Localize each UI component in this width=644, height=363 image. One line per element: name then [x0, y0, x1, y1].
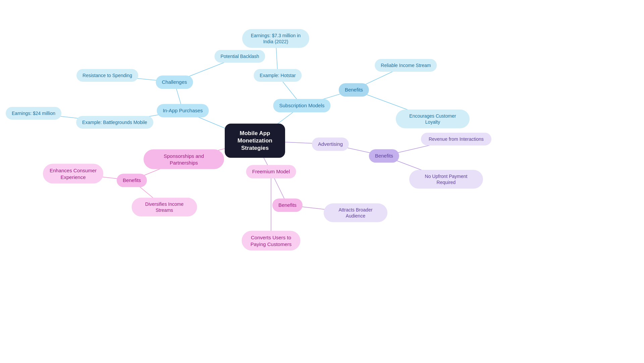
example-hotstar-label: Example: Hotstar [260, 72, 296, 78]
in-app-purchases-node: In-App Purchases [157, 104, 209, 117]
diversifies-income-node: Diversifies Income Streams [132, 198, 197, 217]
benefits-sponsor-label: Benefits [123, 177, 141, 184]
potential-backlash-node: Potential Backlash [214, 50, 265, 63]
benefits-sub-node: Benefits [339, 83, 369, 97]
revenue-interactions-node: Revenue from Interactions [421, 133, 491, 145]
converts-users-node: Converts Users to Paying Customers [242, 231, 301, 251]
example-battlegrounds-label: Example: Battlegrounds Mobile [82, 119, 147, 125]
advertising-label: Advertising [318, 141, 343, 147]
earnings-73m-node: Earnings: $7.3 million in India (2022) [242, 29, 309, 48]
encourages-loyalty-label: Encourages Customer Loyalty [402, 113, 464, 125]
subscription-models-label: Subscription Models [279, 102, 324, 109]
freemium-model-label: Freemium Model [252, 168, 290, 175]
attracts-broader-label: Attracts Broader Audience [330, 207, 381, 219]
earnings-24m-node: Earnings: $24 million [6, 107, 61, 120]
advertising-node: Advertising [312, 137, 349, 151]
benefits-sponsor-node: Benefits [117, 174, 147, 187]
encourages-loyalty-node: Encourages Customer Loyalty [396, 110, 470, 128]
earnings-24m-label: Earnings: $24 million [12, 110, 55, 116]
converts-users-label: Converts Users to Paying Customers [248, 234, 294, 247]
no-upfront-label: No Upfront Payment Required [415, 173, 477, 185]
enhances-consumer-label: Enhances Consumer Experience [49, 167, 97, 180]
center-node: Mobile App Monetization Strategies [225, 124, 285, 158]
benefits-sub-label: Benefits [345, 86, 363, 93]
earnings-73m-label: Earnings: $7.3 million in India (2022) [248, 33, 303, 45]
resistance-spending-label: Resistance to Spending [83, 72, 132, 78]
sponsorships-label: Sponsorships and Partnerships [150, 153, 218, 166]
challenges-node: Challenges [156, 75, 193, 89]
reliable-income-label: Reliable Income Stream [381, 62, 431, 68]
in-app-purchases-label: In-App Purchases [163, 107, 203, 114]
freemium-model-node: Freemium Model [246, 165, 296, 178]
example-hotstar-node: Example: Hotstar [254, 69, 302, 82]
challenges-label: Challenges [162, 79, 187, 85]
attracts-broader-node: Attracts Broader Audience [324, 203, 387, 222]
revenue-interactions-label: Revenue from Interactions [429, 136, 484, 142]
potential-backlash-label: Potential Backlash [220, 53, 259, 59]
benefits-freemium-node: Benefits [272, 198, 303, 212]
resistance-spending-node: Resistance to Spending [76, 69, 138, 82]
benefits-freemium-label: Benefits [278, 202, 297, 208]
benefits-adv-node: Benefits [369, 149, 399, 163]
sponsorships-node: Sponsorships and Partnerships [144, 149, 224, 169]
no-upfront-node: No Upfront Payment Required [409, 170, 483, 189]
example-battlegrounds-node: Example: Battlegrounds Mobile [76, 116, 153, 129]
subscription-models-node: Subscription Models [273, 99, 330, 112]
diversifies-income-label: Diversifies Income Streams [138, 201, 191, 213]
reliable-income-node: Reliable Income Stream [375, 59, 437, 72]
benefits-adv-label: Benefits [375, 153, 393, 159]
center-label: Mobile App Monetization Strategies [231, 130, 278, 152]
enhances-consumer-node: Enhances Consumer Experience [43, 164, 103, 184]
